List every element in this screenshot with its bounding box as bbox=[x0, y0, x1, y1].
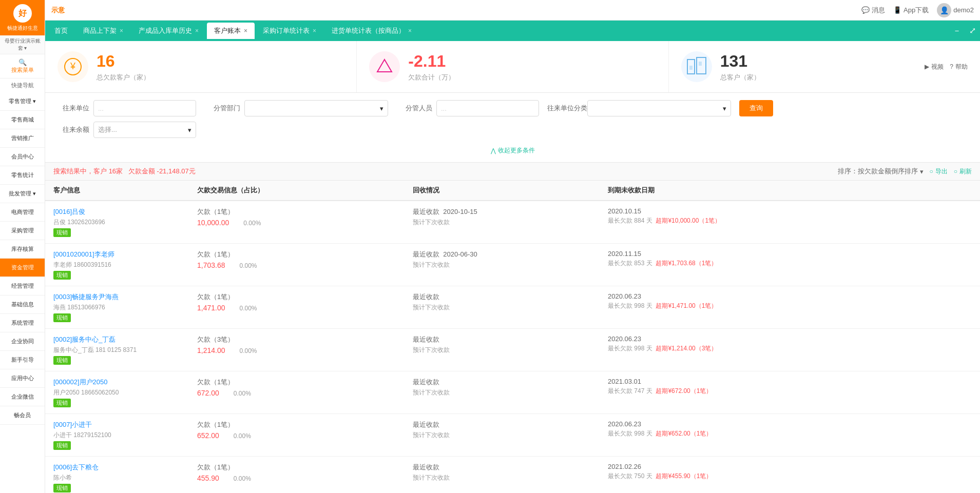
person-input[interactable]: ... bbox=[436, 100, 539, 116]
overdue-link-2[interactable]: 超期¥1,471.00（1笔） bbox=[656, 302, 717, 309]
user-avatar[interactable]: 👤 demo2 bbox=[937, 3, 974, 17]
tab-close-import[interactable]: × bbox=[408, 27, 412, 34]
sidebar-item-ops[interactable]: 经营管理 bbox=[0, 277, 45, 295]
debt-amount-2: 1,471.00 bbox=[197, 304, 225, 312]
recovery-info-5: 最近收款 预计下次收款 bbox=[413, 420, 608, 440]
stat-label-debt-customers: 总欠款客户（家） bbox=[97, 73, 150, 82]
stat-card-debt-customers: ¥ 16 总欠款客户（家） bbox=[45, 41, 357, 92]
filter-dept: 分管部门 ▾ bbox=[204, 100, 388, 116]
account-name: 母婴行业演示账套 ▾ bbox=[0, 35, 45, 54]
recovery-latest-4: 最近收款 bbox=[413, 378, 608, 387]
tab-close-customer[interactable]: × bbox=[244, 27, 247, 34]
recovery-info-6: 最近收款 预计下次收款 bbox=[413, 463, 608, 482]
tab-minimize-btn[interactable]: － bbox=[951, 24, 963, 38]
tab-maximize-btn[interactable]: ⤢ bbox=[967, 24, 978, 38]
overdue-link-1[interactable]: 超期¥1,703.68（1笔） bbox=[656, 260, 717, 267]
debt-count-0: 欠款（1笔） bbox=[197, 207, 413, 216]
collapse-filter-btn[interactable]: ⋀ 收起更多条件 bbox=[53, 143, 972, 158]
stat-card-debt-amount: -2.11 欠款合计（万） bbox=[357, 41, 668, 92]
overdue-detail-3: 最长欠款 998 天 超期¥1,214.00（3笔） bbox=[608, 344, 972, 353]
table-row: [0002]服务中心_丁磊 服务中心_丁磊 181 0125 8371 现销 欠… bbox=[45, 329, 980, 371]
sidebar-item-vip[interactable]: 畅会员 bbox=[0, 406, 45, 425]
help-link[interactable]: ? 帮助 bbox=[950, 63, 968, 71]
tab-close-purchase[interactable]: × bbox=[313, 27, 316, 34]
debt-count-1: 欠款（1笔） bbox=[197, 250, 413, 259]
unit-type-select[interactable]: ▾ bbox=[587, 100, 731, 116]
tab-goods-status[interactable]: 商品上下架 × bbox=[76, 23, 130, 39]
debt-info-4: 欠款（1笔） 672.00 0.00% bbox=[197, 378, 413, 397]
sidebar-item-purchase[interactable]: 采购管理 bbox=[0, 222, 45, 240]
export-btn[interactable]: ○ 导出 bbox=[930, 167, 948, 176]
sidebar-item-newbie[interactable]: 新手引导 bbox=[0, 351, 45, 369]
sidebar-item-batch-mgmt[interactable]: 批发管理 ▾ bbox=[0, 185, 45, 203]
customer-name-1[interactable]: [0001020001]李老师 bbox=[53, 250, 197, 259]
tab-purchase-stats[interactable]: 采购订单统计表 × bbox=[256, 23, 323, 39]
overdue-date-4: 2021.03.01 bbox=[608, 378, 972, 385]
tab-product-history[interactable]: 产成品入库单历史 × bbox=[131, 23, 206, 39]
sidebar: 好 畅捷通好生意 母婴行业演示账套 ▾ 🔍 搜索菜单 快捷导航 零售管理 ▾ 零… bbox=[0, 0, 45, 493]
overdue-detail-1: 最长欠款 853 天 超期¥1,703.68（1笔） bbox=[608, 259, 972, 268]
search-menu[interactable]: 🔍 搜索菜单 bbox=[0, 54, 45, 78]
sidebar-item-sys[interactable]: 系统管理 bbox=[0, 314, 45, 332]
filter-unit-type: 往来单位分类 ▾ bbox=[547, 100, 731, 116]
debt-amount-row-1: 1,703.68 0.00% bbox=[197, 261, 413, 269]
customer-name-5[interactable]: [0007]小进干 bbox=[53, 420, 197, 429]
table-row: [0007]小进干 小进干 18279152100 现销 欠款（1笔） 652.… bbox=[45, 414, 980, 457]
customer-info-1: [0001020001]李老师 李老师 18600391516 现销 bbox=[53, 250, 197, 280]
overdue-link-5[interactable]: 超期¥652.00（1笔） bbox=[656, 430, 712, 437]
sidebar-item-capital[interactable]: 资金管理 bbox=[0, 259, 45, 277]
stat-info-debt: 16 总欠款客户（家） bbox=[97, 52, 150, 82]
sidebar-item-marketing[interactable]: 营销推广 bbox=[0, 129, 45, 148]
dept-select[interactable]: ▾ bbox=[244, 100, 388, 116]
debt-count-6: 欠款（1笔） bbox=[197, 463, 413, 472]
sidebar-item-corp-collab[interactable]: 企业协同 bbox=[0, 332, 45, 351]
stat-icon-debt: ¥ bbox=[57, 51, 88, 82]
sidebar-item-app-center[interactable]: 应用中心 bbox=[0, 369, 45, 388]
overdue-link-0[interactable]: 超期¥10,000.00（1笔） bbox=[656, 217, 721, 224]
messages-btn[interactable]: 💬 消息 bbox=[861, 6, 885, 15]
customer-name-0[interactable]: [0016]吕俊 bbox=[53, 207, 197, 216]
stat-icon-amount bbox=[369, 51, 400, 82]
balance-placeholder: 选择... bbox=[98, 125, 117, 134]
filter-row-2: 往来余额 选择... ▾ bbox=[53, 122, 972, 138]
sidebar-item-retail-store[interactable]: 零售商城 bbox=[0, 111, 45, 129]
customer-sub-3: 服务中心_丁磊 181 0125 8371 bbox=[53, 346, 197, 354]
overdue-link-4[interactable]: 超期¥672.00（1笔） bbox=[656, 387, 712, 395]
sidebar-item-ecom[interactable]: 电商管理 bbox=[0, 203, 45, 222]
debt-amount-5: 652.00 bbox=[197, 431, 219, 440]
tab-close-goods[interactable]: × bbox=[120, 27, 123, 34]
recovery-info-3: 最近收款 预计下次收款 bbox=[413, 335, 608, 354]
table-row: [0006]去下粮仓 陈小希 现销 欠款（1笔） 455.90 0.00% bbox=[45, 457, 980, 493]
tab-home[interactable]: 首页 bbox=[47, 23, 75, 39]
source-unit-input[interactable]: ... bbox=[93, 100, 196, 116]
customer-name-6[interactable]: [0006]去下粮仓 bbox=[53, 463, 197, 472]
sidebar-item-member[interactable]: 会员中心 bbox=[0, 148, 45, 166]
sort-select[interactable]: 排序：按欠款金额倒序排序 ▾ bbox=[838, 167, 924, 176]
overdue-link-6[interactable]: 超期¥455.90（1笔） bbox=[656, 472, 712, 480]
tab-import-stats[interactable]: 进货单统计表（按商品） × bbox=[324, 23, 419, 39]
tab-customer-account[interactable]: 客户账本 × bbox=[207, 23, 255, 39]
customer-name-3[interactable]: [0002]服务中心_丁磊 bbox=[53, 335, 197, 344]
customer-name-2[interactable]: [0003]畅捷服务尹海燕 bbox=[53, 292, 197, 302]
debt-percent-2: 0.00% bbox=[240, 305, 257, 312]
search-button[interactable]: 查询 bbox=[739, 100, 773, 116]
sidebar-item-stock[interactable]: 库存核算 bbox=[0, 240, 45, 259]
customer-name-4[interactable]: [000002]用户2050 bbox=[53, 378, 197, 387]
person-label: 分管人员 bbox=[396, 104, 432, 113]
debt-amount-3: 1,214.00 bbox=[197, 346, 225, 354]
tab-close-product[interactable]: × bbox=[195, 27, 199, 34]
sidebar-item-retail-mgmt[interactable]: 零售管理 ▾ bbox=[0, 92, 45, 111]
sidebar-item-corp-wechat[interactable]: 企业微信 bbox=[0, 388, 45, 406]
debt-amount-4: 672.00 bbox=[197, 389, 219, 397]
sidebar-item-retail-stats[interactable]: 零售统计 bbox=[0, 166, 45, 185]
app-download-btn[interactable]: 📱 App下载 bbox=[893, 6, 929, 15]
balance-select[interactable]: 选择... ▾ bbox=[93, 122, 196, 138]
refresh-btn[interactable]: ○ 刷新 bbox=[954, 167, 972, 176]
recovery-info-4: 最近收款 预计下次收款 bbox=[413, 378, 608, 397]
top-bar-right: 💬 消息 📱 App下载 👤 demo2 bbox=[861, 3, 974, 17]
overdue-link-3[interactable]: 超期¥1,214.00（3笔） bbox=[656, 345, 717, 352]
sidebar-item-basic-info[interactable]: 基础信息 bbox=[0, 295, 45, 314]
avatar-img: 👤 bbox=[937, 3, 951, 17]
debt-percent-3: 0.00% bbox=[240, 347, 257, 354]
video-link[interactable]: ▶ 视频 bbox=[925, 63, 944, 71]
